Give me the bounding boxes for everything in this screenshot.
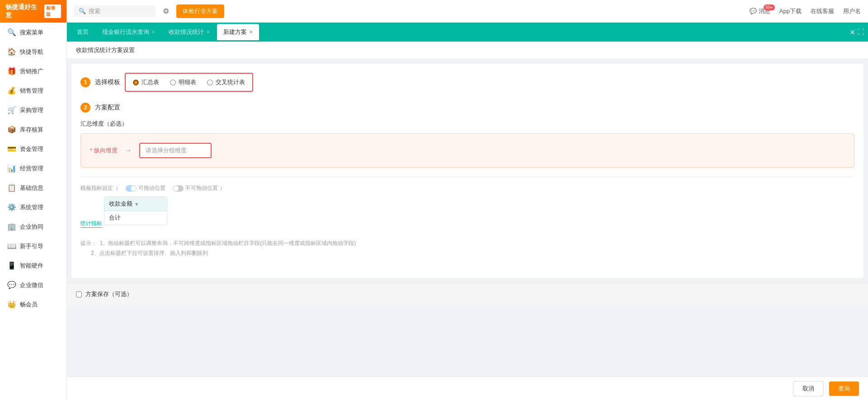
sidebar-icon-sales: 💰 <box>7 86 16 95</box>
sidebar-label-wechat: 企业微信 <box>20 281 43 289</box>
sidebar-item-wechat[interactable]: 💬企业微信 <box>0 275 66 295</box>
tab-bank-flow-close[interactable]: × <box>152 29 155 35</box>
sidebar-label-operation: 经营管理 <box>20 165 43 173</box>
search-icon: 🔍 <box>79 8 86 14</box>
sidebar-icon-basic-info: 📋 <box>7 184 16 192</box>
tab-bar-actions: ✕ ⛶ <box>849 28 864 37</box>
sidebar-item-purchase[interactable]: 🛒采购管理 <box>0 100 66 120</box>
sidebar-item-marketing[interactable]: 🎁营销推广 <box>0 61 66 81</box>
industry-btn[interactable]: 体验行业方案 <box>176 5 224 18</box>
cancel-button[interactable]: 取消 <box>793 381 824 396</box>
tab-home-label: 首页 <box>77 28 89 36</box>
sidebar-item-smart-hw[interactable]: 📱智能硬件 <box>0 256 66 275</box>
sidebar-label-basic-info: 基础信息 <box>20 184 43 192</box>
metric-row-text: 合计 <box>109 214 121 221</box>
metric-header-chevron-down-icon[interactable]: ▾ <box>135 201 138 207</box>
tab-new-plan-close[interactable]: × <box>250 29 253 35</box>
message-icon: 💬 <box>750 8 757 14</box>
tab-close-icon[interactable]: ✕ <box>849 28 855 37</box>
step2-header: 2 方案配置 <box>80 103 854 113</box>
sidebar: 畅捷通好生意 标准版 🔍搜索菜单🏠快捷导航🎁营销推广💰销售管理🛒采购管理📦库存核… <box>0 0 67 400</box>
sidebar-icon-system: ⚙️ <box>7 203 16 212</box>
row-dimension-placeholder: 请选择分组维度 <box>146 147 187 154</box>
radio-cross-input[interactable] <box>207 80 213 85</box>
draggable-badge: 可拖动位置 <box>126 184 165 192</box>
tab-receipt-stats[interactable]: 收款情况统计 × <box>162 24 216 40</box>
content-area: 收款情况统计方案设置 1 选择模板 汇总表 明细表 <box>67 42 868 376</box>
tip2: 2、点击标题栏下拉可设置排序、插入列和删除列 <box>80 249 854 259</box>
metrics-group-label: 统计指标 <box>80 220 102 228</box>
main-area: 🔍 搜索 ⚙ 体验行业方案 💬 消息 99+ App下载 在线客服 用户名 首页… <box>67 0 868 400</box>
radio-detail-label: 明细表 <box>179 78 196 86</box>
save-option-checkbox[interactable] <box>76 292 82 297</box>
header-search-box[interactable]: 🔍 搜索 <box>74 5 156 17</box>
step1-section: 1 选择模板 汇总表 明细表 交叉统计表 <box>80 73 854 92</box>
step1-number: 1 <box>80 77 90 87</box>
tips-section: 提示： 1、拖动标题栏可以调整布局，不可跨维度或指标区域拖动栏目字段(只能在同一… <box>80 239 854 258</box>
user-info[interactable]: 用户名 <box>843 7 861 15</box>
query-button[interactable]: 查询 <box>829 381 859 396</box>
sidebar-item-system[interactable]: ⚙️系统管理 <box>0 198 66 217</box>
sidebar-label-marketing: 营销推广 <box>20 67 43 75</box>
tab-bank-flow[interactable]: 现金银行流水查询 × <box>96 24 161 40</box>
sidebar-item-finance[interactable]: 💳资金管理 <box>0 139 66 159</box>
sidebar-icon-quick-nav: 🏠 <box>7 47 16 56</box>
tab-expand-icon[interactable]: ⛶ <box>857 28 864 37</box>
sidebar-label-inventory: 库存核算 <box>20 126 43 134</box>
sidebar-icon-wechat: 💬 <box>7 281 16 289</box>
message-icon-area[interactable]: 💬 消息 99+ <box>750 7 770 15</box>
step2-number: 2 <box>80 103 90 113</box>
sidebar-icon-purchase: 🛒 <box>7 106 16 114</box>
row-dimension-row: * 纵向维度 → 请选择分组维度 <box>90 143 845 158</box>
step2-section: 2 方案配置 汇总维度（必选） * 纵向维度 → 请选择分组维度 <box>80 103 854 258</box>
sidebar-item-beginner[interactable]: 📖新手引导 <box>0 236 66 256</box>
sidebar-item-basic-info[interactable]: 📋基础信息 <box>0 178 66 198</box>
sidebar-label-enterprise: 企业协同 <box>20 223 43 231</box>
row-dimension-label: * 纵向维度 <box>90 146 118 155</box>
metric-header-row[interactable]: 收款金额 ▾ <box>104 197 167 211</box>
dimension-title: 汇总维度（必选） <box>80 120 854 128</box>
radio-detail-input[interactable] <box>170 80 176 85</box>
row-dimension-selector[interactable]: 请选择分组维度 <box>139 143 212 158</box>
tab-receipt-stats-close[interactable]: × <box>207 29 210 35</box>
gear-settings-icon[interactable]: ⚙ <box>163 7 169 15</box>
sidebar-item-quick-nav[interactable]: 🏠快捷导航 <box>0 42 66 61</box>
app-download-link[interactable]: App下载 <box>779 7 802 15</box>
sidebar-label-purchase: 采购管理 <box>20 106 43 114</box>
metrics-header-text: 模板指标设定（ <box>80 184 118 192</box>
header-right: 💬 消息 99+ App下载 在线客服 用户名 <box>750 7 861 15</box>
logo-text: 畅捷通好生意 <box>5 3 42 19</box>
sidebar-item-enterprise[interactable]: 🏢企业协同 <box>0 217 66 236</box>
draggable-label: 可拖动位置 <box>138 184 165 192</box>
radio-summary[interactable]: 汇总表 <box>133 78 159 86</box>
sidebar-item-inventory[interactable]: 📦库存核算 <box>0 120 66 139</box>
sidebar-label-quick-nav: 快捷导航 <box>20 48 43 56</box>
step1-title: 选择模板 <box>95 78 120 86</box>
tab-new-plan[interactable]: 新建方案 × <box>217 24 259 40</box>
radio-summary-input[interactable] <box>133 80 139 85</box>
sidebar-icon-inventory: 📦 <box>7 125 16 134</box>
metric-header-text: 收款金额 <box>109 200 132 208</box>
sidebar-label-beginner: 新手引导 <box>20 242 43 250</box>
sidebar-icon-search-menu: 🔍 <box>7 28 16 37</box>
sidebar-label-system: 系统管理 <box>20 203 43 212</box>
template-options: 汇总表 明细表 交叉统计表 <box>125 73 253 92</box>
sidebar-item-search-menu[interactable]: 🔍搜索菜单 <box>0 23 66 42</box>
tab-new-plan-label: 新建方案 <box>223 28 247 36</box>
radio-detail[interactable]: 明细表 <box>170 78 196 86</box>
logo-badge: 标准版 <box>44 5 61 18</box>
sidebar-icon-smart-hw: 📱 <box>7 261 16 270</box>
message-badge-count: 99+ <box>764 5 775 10</box>
radio-cross[interactable]: 交叉统计表 <box>207 78 245 86</box>
page-title: 收款情况统计方案设置 <box>67 42 868 59</box>
sidebar-icon-member: 👑 <box>7 300 16 309</box>
tab-home[interactable]: 首页 <box>71 24 95 40</box>
sidebar-item-member[interactable]: 👑畅会员 <box>0 295 66 314</box>
footer: 取消 查询 <box>67 376 868 400</box>
save-option-label[interactable]: 方案保存（可选） <box>85 290 132 298</box>
online-service-link[interactable]: 在线客服 <box>811 7 834 15</box>
sidebar-item-sales[interactable]: 💰销售管理 <box>0 81 66 100</box>
draggable-toggle-icon <box>126 185 137 192</box>
sidebar-label-finance: 资金管理 <box>20 145 43 153</box>
sidebar-item-operation[interactable]: 📊经营管理 <box>0 159 66 178</box>
